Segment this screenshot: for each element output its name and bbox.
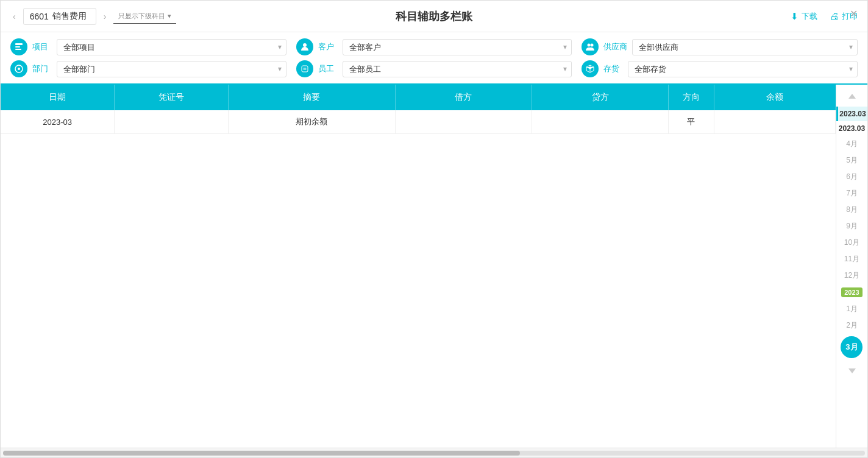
year-label: 2023 <box>841 287 862 297</box>
main-window: ‹ 6601 销售费用 › 只显示下级科目 ▾ 科目辅助多栏账 ⬇ 下载 🖨 打… <box>0 0 868 458</box>
supplier-label: 供应商 <box>603 41 627 52</box>
customer-select[interactable]: 全部客户 <box>343 39 572 55</box>
inventory-select[interactable]: 全部存货 <box>628 61 858 77</box>
download-label: 下载 <box>802 11 817 22</box>
account-code-box: 6601 销售费用 <box>23 8 96 25</box>
table-row[interactable]: 2023-03期初余额平 <box>1 110 836 134</box>
chevron-down-icon: ▾ <box>168 12 171 20</box>
supplier-icon <box>582 38 599 55</box>
download-icon: ⬇ <box>791 11 799 22</box>
sidebar-period-item[interactable]: 2023.03 <box>836 107 867 121</box>
sidebar-month-item[interactable]: 7月 <box>836 185 867 202</box>
table-cell: 期初余额 <box>229 110 396 134</box>
main-content: 日期 凭证号 摘要 借方 贷方 方向 余额 2023-03期初余额平 <box>1 85 867 448</box>
title-left: ‹ 6601 销售费用 › 只显示下级科目 ▾ <box>10 8 176 25</box>
sidebar-month-item[interactable]: 10月 <box>836 234 867 251</box>
department-label: 部门 <box>32 63 52 74</box>
project-select-wrapper: 全部项目 <box>57 39 286 55</box>
supplier-select-wrapper: 全部供应商 <box>632 39 858 55</box>
sidebar-month-item[interactable]: 2月 <box>836 317 867 334</box>
sidebar-month-item[interactable]: 8月 <box>836 202 867 218</box>
sidebar-month-item[interactable]: 5月 <box>836 152 867 169</box>
supplier-select[interactable]: 全部供应商 <box>632 39 858 55</box>
inventory-label: 存货 <box>603 63 623 74</box>
filter-project: 项目 全部项目 <box>10 38 286 55</box>
table-area[interactable]: 日期 凭证号 摘要 借方 贷方 方向 余额 2023-03期初余额平 <box>1 85 836 448</box>
sidebar-period-item[interactable]: 2023.03 <box>836 121 867 136</box>
employee-select-wrapper: 全部员工 <box>343 61 572 77</box>
project-icon <box>10 38 27 55</box>
table-header-row: 日期 凭证号 摘要 借方 贷方 方向 余额 <box>1 85 836 110</box>
sidebar-scroll-down[interactable] <box>842 361 862 380</box>
department-select[interactable]: 全部部门 <box>57 61 286 77</box>
sidebar-scroll-up[interactable] <box>842 87 862 107</box>
svg-point-3 <box>303 43 307 47</box>
scrollbar-thumb[interactable] <box>3 451 520 456</box>
svg-rect-8 <box>302 66 308 72</box>
filter-inventory: 存货 全部存货 <box>582 60 858 77</box>
filter-area: 项目 全部项目 客户 全部客户 <box>1 32 867 85</box>
svg-marker-10 <box>848 368 856 373</box>
title-bar: ‹ 6601 销售费用 › 只显示下级科目 ▾ 科目辅助多栏账 ⬇ 下载 🖨 打… <box>1 1 867 32</box>
col-header-date: 日期 <box>1 85 115 110</box>
svg-rect-0 <box>15 43 23 45</box>
employee-select[interactable]: 全部员工 <box>343 61 572 77</box>
table-cell: 2023-03 <box>1 110 115 134</box>
sidebar-month-item[interactable]: 9月 <box>836 218 867 234</box>
department-icon <box>10 60 27 77</box>
col-header-summary: 摘要 <box>229 85 396 110</box>
customer-icon <box>296 38 313 55</box>
filter-department: 部门 全部部门 <box>10 60 286 77</box>
svg-rect-1 <box>15 46 20 48</box>
svg-point-5 <box>591 44 594 47</box>
sidebar-month-item[interactable]: 1月 <box>836 301 867 317</box>
account-name: 销售费用 <box>52 11 87 22</box>
scrollbar-track <box>3 451 865 456</box>
show-sub-label: 只显示下级科目 <box>118 12 165 21</box>
filter-customer: 客户 全部客户 <box>296 38 572 55</box>
customer-select-wrapper: 全部客户 <box>343 39 572 55</box>
right-sidebar: 2023.032023.034月5月6月7月8月9月10月11月12月20231… <box>836 85 867 448</box>
svg-marker-9 <box>848 94 856 99</box>
ledger-table: 日期 凭证号 摘要 借方 贷方 方向 余额 2023-03期初余额平 <box>1 85 836 134</box>
svg-point-4 <box>588 44 591 47</box>
title-right: ⬇ 下载 🖨 打印 <box>791 11 858 22</box>
download-button[interactable]: ⬇ 下载 <box>791 11 817 22</box>
inventory-select-wrapper: 全部存货 <box>628 61 858 77</box>
project-select[interactable]: 全部项目 <box>57 39 286 55</box>
col-header-credit: 贷方 <box>532 85 668 110</box>
table-cell <box>395 110 532 134</box>
filter-supplier: 供应商 全部供应商 <box>582 38 858 55</box>
sidebar-active-month[interactable]: 3月 <box>836 334 867 361</box>
table-cell <box>115 110 229 134</box>
active-month-label[interactable]: 3月 <box>841 336 863 358</box>
customer-label: 客户 <box>318 41 338 52</box>
sidebar-month-item[interactable]: 6月 <box>836 169 867 185</box>
page-title: 科目辅助多栏账 <box>396 9 472 24</box>
nav-next-button[interactable]: › <box>101 10 109 23</box>
inventory-icon <box>582 60 599 77</box>
department-select-wrapper: 全部部门 <box>57 61 286 77</box>
col-header-voucher: 凭证号 <box>115 85 229 110</box>
sidebar-year-badge[interactable]: 2023 <box>836 284 867 301</box>
table-cell <box>714 110 835 134</box>
sidebar-month-item[interactable]: 11月 <box>836 251 867 267</box>
sidebar-month-item[interactable]: 12月 <box>836 267 867 284</box>
filter-employee: 员工 全部员工 <box>296 60 572 77</box>
nav-prev-button[interactable]: ‹ <box>10 10 18 23</box>
sidebar-month-item[interactable]: 4月 <box>836 136 867 152</box>
horizontal-scrollbar[interactable] <box>1 448 867 457</box>
project-label: 项目 <box>32 41 52 52</box>
employee-label: 员工 <box>318 63 338 74</box>
col-header-debit: 借方 <box>395 85 532 110</box>
account-code: 6601 <box>30 12 49 21</box>
show-sub-button[interactable]: 只显示下级科目 ▾ <box>113 9 176 24</box>
col-header-direction: 方向 <box>669 85 714 110</box>
table-cell <box>532 110 668 134</box>
col-header-balance: 余额 <box>714 85 835 110</box>
close-button[interactable]: ✕ <box>850 8 858 19</box>
svg-rect-2 <box>15 49 21 50</box>
print-icon: 🖨 <box>830 11 839 21</box>
table-cell: 平 <box>669 110 714 134</box>
employee-icon <box>296 60 313 77</box>
